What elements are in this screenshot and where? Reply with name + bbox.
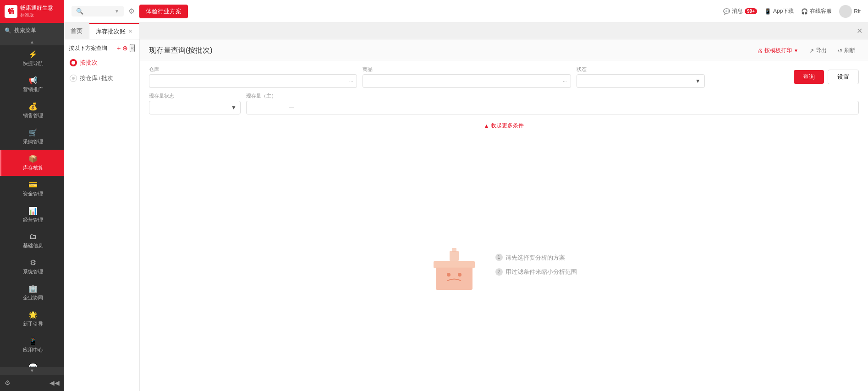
topbar-right: 💬 消息 99+ 📱 App下载 🎧 在线客服 Rit: [723, 5, 861, 18]
svg-rect-4: [450, 251, 459, 261]
sidebar-item-quick-nav[interactable]: ⚡ 快捷导航: [0, 45, 64, 71]
stock-qty-range: —: [246, 101, 859, 114]
sidebar-item-newguide[interactable]: 🌟 新手引导: [0, 306, 64, 332]
appcenter-icon: 📱: [28, 337, 38, 345]
user-name: Rit: [854, 8, 861, 15]
product-more-icon: ···: [563, 79, 566, 84]
product-input[interactable]: ···: [363, 74, 571, 88]
scroll-down-button[interactable]: ▼: [0, 367, 64, 374]
sidebar-item-basic[interactable]: 🗂 基础信息: [0, 228, 64, 254]
collapse-sidebar-icon[interactable]: ◀◀: [49, 379, 60, 386]
message-label: 消息: [732, 7, 743, 15]
print-label: 按模板打印: [764, 47, 792, 54]
filter-row-2: 现存量状态 ▼ 现存量（主） —: [149, 92, 859, 114]
basic-label: 基础信息: [23, 242, 43, 249]
tabbar: 首页 库存批次账 ✕ ✕: [64, 23, 868, 39]
status-select[interactable]: ▼: [577, 74, 705, 88]
enterprise-label: 企业协同: [23, 294, 43, 301]
topbar-app-download[interactable]: 📱 App下载: [764, 7, 794, 15]
close-panel-button[interactable]: ✕: [851, 27, 868, 35]
quick-nav-icon: ⚡: [28, 50, 38, 59]
refresh-button[interactable]: ↺ 刷新: [834, 45, 859, 56]
svg-rect-0: [436, 267, 472, 290]
right-panel: 现存量查询(按批次) 🖨 按模板打印 ▼ ↗ 导出 ↺ 刷新: [140, 39, 868, 391]
empty-tip-2: 2 用过滤条件来缩小分析范围: [495, 266, 577, 277]
topbar-search-input[interactable]: [85, 8, 113, 15]
tab-home-label: 首页: [71, 27, 82, 35]
phone-icon: 📱: [764, 8, 771, 15]
topbar-user[interactable]: Rit: [839, 5, 861, 18]
search-menu-item[interactable]: 🔍 搜索菜单: [0, 23, 64, 38]
status-label: 状态: [577, 66, 785, 73]
plan-item-warehouse-batch[interactable]: 按仓库+批次: [64, 71, 139, 86]
tab-home[interactable]: 首页: [64, 23, 89, 39]
finance-label: 资金管理: [23, 190, 43, 197]
plan-item-batch[interactable]: 按批次: [64, 55, 139, 71]
purchase-label: 采购管理: [23, 138, 43, 145]
message-badge: 99+: [745, 8, 757, 14]
sidebar-item-enterprise[interactable]: 🏢 企业协同: [0, 280, 64, 306]
operations-label: 经营管理: [23, 217, 43, 223]
basic-icon: 🗂: [29, 233, 37, 241]
settings-icon[interactable]: ⚙: [5, 379, 11, 386]
sidebar-item-sales[interactable]: 💰 销售管理: [0, 98, 64, 124]
sidebar-item-finance[interactable]: 💳 资金管理: [0, 176, 64, 202]
left-panel: 按以下方案查询 + ⊕ « 按批次 按仓库+批次: [64, 39, 140, 391]
content-area: 按以下方案查询 + ⊕ « 按批次 按仓库+批次: [64, 39, 868, 391]
message-icon: 💬: [723, 8, 730, 15]
main-content: 🔍 ▼ ⚙ 体验行业方案 💬 消息 99+ 📱 App下载 🎧 在线客服 Rit: [64, 0, 868, 391]
svg-point-3: [458, 273, 461, 277]
topbar-search-chevron: ▼: [115, 9, 119, 14]
topbar: 🔍 ▼ ⚙ 体验行业方案 💬 消息 99+ 📱 App下载 🎧 在线客服 Rit: [64, 0, 868, 23]
topbar-online-service[interactable]: 🎧 在线客服: [801, 7, 832, 15]
topbar-messages[interactable]: 💬 消息 99+: [723, 7, 757, 15]
enterprise-icon: 🏢: [28, 284, 38, 293]
trial-button[interactable]: 体验行业方案: [139, 5, 188, 18]
plan-batch-label: 按批次: [80, 59, 98, 67]
stock-status-label: 现存量状态: [149, 92, 241, 99]
sidebar-item-appcenter[interactable]: 📱 应用中心: [0, 332, 64, 358]
collapse-panel-button[interactable]: «: [130, 44, 135, 52]
search-icon: 🔍: [5, 27, 11, 34]
topbar-search-box[interactable]: 🔍 ▼: [71, 6, 124, 16]
tab-close-icon[interactable]: ✕: [128, 28, 132, 34]
stock-status-select[interactable]: ▼: [149, 101, 241, 114]
tab-inventory-batch[interactable]: 库存批次账 ✕: [89, 23, 139, 39]
app-title: 畅康通好生意: [20, 5, 53, 12]
print-button[interactable]: 🖨 按模板打印 ▼: [753, 45, 802, 56]
stock-status-chevron: ▼: [231, 104, 236, 111]
sidebar-item-wechat[interactable]: 💬 企业微信: [0, 358, 64, 367]
settings-plan-button[interactable]: ⊕: [122, 44, 128, 52]
empty-tip-1: 1 请先选择要分析的方案: [495, 252, 577, 263]
filter-area: 仓库 ··· 商品 ··· 状态: [140, 60, 868, 138]
app-logo: 畅: [5, 5, 17, 18]
query-button[interactable]: 查询: [794, 70, 824, 84]
sales-label: 销售管理: [23, 112, 43, 119]
svg-point-2: [447, 273, 450, 277]
sidebar-item-marketing[interactable]: 📢 营销推广: [0, 71, 64, 98]
add-plan-button[interactable]: +: [117, 44, 121, 52]
stock-qty-min-input[interactable]: [250, 104, 287, 111]
empty-state: 1 请先选择要分析的方案 2 用过滤条件来缩小分析范围: [140, 138, 868, 391]
sidebar: 畅 畅康通好生意 标准版 🔍 搜索菜单 ▲ ⚡ 快捷导航 📢 营销推广 💰 销售…: [0, 0, 64, 391]
filter-settings-button[interactable]: 设置: [828, 70, 859, 84]
product-label: 商品: [363, 66, 571, 73]
sidebar-item-operations[interactable]: 📊 经营管理: [0, 202, 64, 228]
sidebar-item-purchase[interactable]: 🛒 采购管理: [0, 124, 64, 150]
stock-qty-max-input[interactable]: [296, 104, 333, 111]
sidebar-item-system[interactable]: ⚙ 系统管理: [0, 254, 64, 280]
app-edition: 标准版: [20, 12, 53, 18]
app-info: 畅康通好生意 标准版: [20, 5, 53, 18]
topbar-gear-icon[interactable]: ⚙: [128, 7, 135, 16]
warehouse-input[interactable]: ···: [149, 74, 357, 88]
user-avatar: [839, 5, 852, 18]
inventory-label: 库存核算: [23, 164, 43, 171]
export-button[interactable]: ↗ 导出: [806, 45, 830, 56]
refresh-icon: ↺: [838, 48, 842, 54]
scroll-up-button[interactable]: ▲: [0, 38, 64, 45]
stock-qty-dash: —: [289, 104, 294, 111]
collapse-conditions-row[interactable]: ▲ 收起更多条件: [149, 119, 859, 132]
sidebar-item-inventory[interactable]: 📦 库存核算: [0, 150, 64, 176]
sidebar-header: 畅 畅康通好生意 标准版: [0, 0, 64, 23]
sales-icon: 💰: [28, 102, 38, 111]
